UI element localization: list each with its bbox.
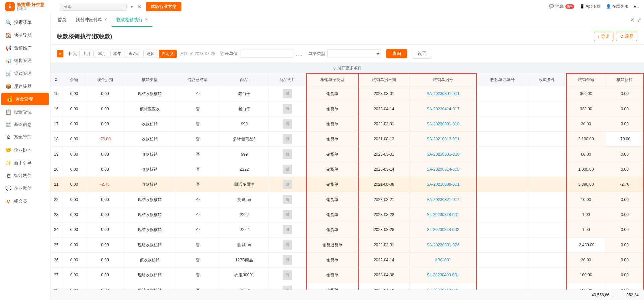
- cell-balance: 0.00: [62, 238, 86, 253]
- search-input[interactable]: [60, 3, 127, 11]
- cell-receipt-condition: [528, 117, 566, 132]
- sidebar-item-marketing[interactable]: 📢 营销推广: [0, 42, 50, 54]
- cell-balance: 0.00: [62, 101, 86, 117]
- maximize-icon[interactable]: ⤢: [637, 17, 641, 23]
- bill-no-link[interactable]: SA-20230331-026: [427, 243, 459, 247]
- cell-include-settled: 否: [175, 283, 220, 290]
- table-container: ⚙ 余额 现金折扣 核销类型 包含已结清 商品 商品图片 核销单据类型 核销单据…: [50, 73, 644, 300]
- date-btn-more[interactable]: 更多: [143, 50, 157, 58]
- bill-no-link[interactable]: SL-20230328-002: [427, 227, 459, 232]
- cell-write-off-bill-date: 2022-04-14: [358, 253, 410, 268]
- finance-icon: 💰: [7, 96, 13, 102]
- date-btn-this-month[interactable]: 本月: [95, 50, 109, 58]
- industry-btn[interactable]: 体验行业方案: [146, 2, 181, 11]
- cell-write-off-bill-type: 销货单: [306, 162, 358, 177]
- cell-cash-discount: 0.00: [86, 101, 124, 117]
- sidebar-item-member[interactable]: V 畅会员: [0, 195, 50, 208]
- bill-no-link[interactable]: SA-20230301-001: [427, 91, 459, 96]
- col-header-settings[interactable]: ⚙: [50, 73, 62, 86]
- cell-balance: 0.00: [62, 253, 86, 268]
- col-header-include-settled: 包含已结清: [175, 73, 220, 86]
- sidebar-item-system[interactable]: ⚙ 系统管理: [0, 131, 50, 144]
- bill-no-link[interactable]: SL-20230408-001: [427, 273, 459, 277]
- tab-home[interactable]: 首页: [53, 13, 71, 27]
- cell-write-off-bill-date: 2023-03-31: [358, 238, 410, 253]
- date-btn-7days[interactable]: 近7天: [126, 50, 142, 58]
- cell-write-off-bill-date: 2023-04-18: [358, 283, 410, 290]
- table-row: 19 0.00 0.00 收款核销 否 999 图 销货单 2023-03-01…: [50, 147, 644, 162]
- col-header-write-off-type: 核销类型: [124, 73, 175, 86]
- sidebar-item-operation[interactable]: 📋 经营管理: [0, 105, 50, 118]
- cell-row-num: 26: [50, 253, 62, 268]
- table-wrapper[interactable]: ⚙ 余额 现金折扣 核销类型 包含已结清 商品 商品图片 核销单据类型 核销单据…: [50, 73, 644, 290]
- cell-receipt-condition: [528, 207, 566, 222]
- expand-chevron-icon: ∨: [333, 66, 336, 71]
- date-btn-last-month[interactable]: 上月: [79, 50, 94, 58]
- table-row: 24 0.00 0.00 现结收款核销 否 2222 图 销货单 2023-03…: [50, 222, 644, 238]
- receipt-type-select[interactable]: [327, 49, 381, 58]
- sidebar-item-hardware[interactable]: 🖥 智能硬件: [0, 169, 50, 182]
- cell-include-settled: 否: [175, 177, 220, 192]
- date-btn-this-year[interactable]: 本年: [110, 50, 124, 58]
- cell-write-off-bill-no: SA-20230301-010: [410, 117, 476, 132]
- sidebar-item-search[interactable]: 🔍 搜索菜单: [0, 16, 50, 29]
- app-download-btn[interactable]: 📱 App下载: [580, 4, 601, 9]
- sidebar-item-sales[interactable]: 📊 销售管理: [0, 54, 50, 67]
- refresh-btn[interactable]: ↺ 刷新: [616, 32, 637, 41]
- total-discount-label: 952.24: [626, 293, 639, 297]
- cell-receipt-condition: [528, 147, 566, 162]
- table-row: 20 0.00 0.00 收款核销 否 2222 图 销货单 2023-03-1…: [50, 162, 644, 177]
- page-header: 收款核销执行(按收款) ↑ 导出 ↺ 刷新: [50, 27, 644, 45]
- bill-no-link[interactable]: SA-20230301-010: [427, 152, 459, 157]
- cell-row-num: 18: [50, 132, 62, 147]
- cell-receipt-condition: [528, 238, 566, 253]
- sidebar-item-shortcut[interactable]: 🏠 快捷导航: [0, 29, 50, 42]
- bill-no-link[interactable]: SA-20230314-008: [427, 167, 459, 172]
- tab-collection-close[interactable]: ✕: [145, 17, 148, 22]
- close-all-icon[interactable]: ✕: [630, 17, 634, 23]
- setting-btn[interactable]: 设置: [413, 49, 431, 59]
- sidebar-item-inventory[interactable]: 📦 库存核算: [0, 80, 50, 93]
- col-header-cash-discount: 现金折扣: [86, 73, 124, 86]
- cell-write-off-type: 预收款核销: [124, 253, 175, 268]
- cell-write-off-type: 现结收款核销: [124, 222, 175, 238]
- tab-prepay-close[interactable]: ✕: [104, 17, 107, 22]
- sidebar-item-purchase[interactable]: 🛒 采购管理: [0, 67, 50, 80]
- sidebar-item-finance[interactable]: 💰 资金管理: [1, 93, 49, 105]
- cell-write-off-discount: -2.76: [606, 177, 644, 192]
- date-btn-custom[interactable]: 自定义: [159, 50, 177, 58]
- cell-row-num: 24: [50, 222, 62, 238]
- message-btn[interactable]: 💬 消息 99+: [549, 4, 574, 9]
- bill-no-link[interactable]: SL-20230328-001: [427, 212, 459, 217]
- dropdown-icon[interactable]: ▾: [131, 4, 133, 9]
- cell-write-off-bill-date: 2023-03-01: [358, 86, 410, 101]
- cell-write-off-bill-type: 销货单: [306, 101, 358, 117]
- query-btn[interactable]: 查询: [386, 49, 407, 58]
- bill-no-link[interactable]: SA-20230414-017: [427, 106, 459, 111]
- cell-write-off-discount: 0.00: [606, 192, 644, 207]
- bill-no-link[interactable]: SA-20210813-001: [427, 137, 459, 141]
- sidebar-item-wechat[interactable]: 💬 企业微信: [0, 182, 50, 195]
- sidebar-toggle-btn[interactable]: »: [57, 50, 63, 57]
- settings-icon[interactable]: ⚙: [137, 3, 142, 10]
- tab-collection[interactable]: 收款核销执行 ✕: [112, 13, 152, 27]
- cell-cash-discount: 0.00: [86, 283, 124, 290]
- cell-write-off-bill-type: 销货单: [306, 147, 358, 162]
- cell-receipt-condition: [528, 101, 566, 117]
- export-btn[interactable]: ↑ 导出: [594, 32, 614, 41]
- cell-write-off-discount: 0.00: [606, 283, 644, 290]
- sidebar-item-basic[interactable]: 📰 基础信息: [0, 118, 50, 131]
- bill-no-link[interactable]: SA-20230301-010: [427, 122, 459, 126]
- cell-write-off-type: 现结收款核销: [124, 192, 175, 207]
- bill-no-link[interactable]: SA-20230321-012: [427, 197, 459, 202]
- bill-no-link[interactable]: ABC-001: [435, 258, 451, 262]
- from-unit-input[interactable]: [240, 50, 293, 58]
- cell-goods-image: 图: [268, 207, 306, 222]
- tab-prepay[interactable]: 预付冲应付单 ✕: [71, 13, 112, 27]
- sidebar-item-corp[interactable]: 🤝 企业协同: [0, 144, 50, 157]
- bill-no-link[interactable]: SA-20210808-001: [427, 182, 459, 187]
- sales-icon: 📊: [5, 58, 11, 64]
- sidebar-item-guide[interactable]: ✨ 新手引导: [0, 157, 50, 169]
- expand-bar[interactable]: ∨ 展开更多条件: [50, 63, 644, 73]
- online-service-btn[interactable]: 👤 在线客服: [606, 4, 628, 9]
